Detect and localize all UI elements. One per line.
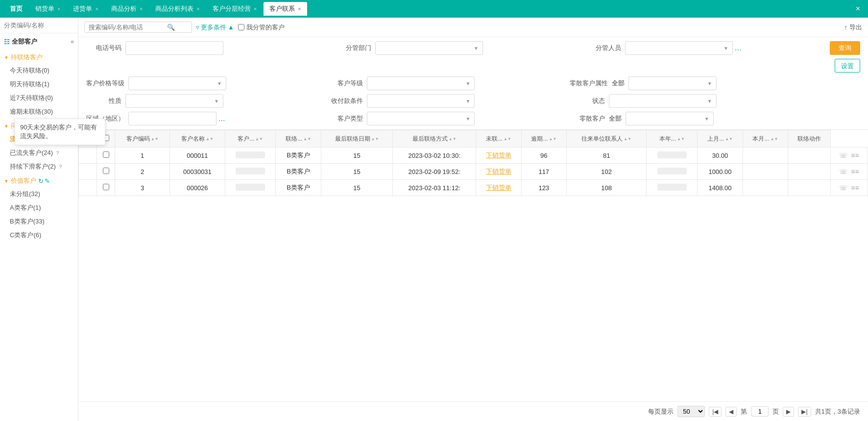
row-checkbox-cell[interactable] xyxy=(97,180,115,196)
tab-bar: 首页 销货单 × 进货单 × 商品分析 × 商品分析列表 × 客户分层经营 × … xyxy=(0,0,868,18)
phone-input[interactable] xyxy=(125,41,223,55)
row-checkbox[interactable] xyxy=(103,168,109,174)
tab-analysis[interactable]: 商品分析 × xyxy=(105,2,148,16)
tab-analysis-close[interactable]: × xyxy=(140,6,143,12)
my-customer-checkbox-wrap[interactable]: 我分管的客户 xyxy=(238,23,285,32)
last-method-sort-icon[interactable]: ▲▼ xyxy=(449,137,457,141)
collapse-icon[interactable]: « xyxy=(71,38,74,45)
sidebar-item-c-class[interactable]: C类客户(6) xyxy=(0,228,78,242)
sidebar-group-pending[interactable]: ▼ 待联络客户 xyxy=(0,50,78,64)
tab-analysis-list-close[interactable]: × xyxy=(196,6,199,12)
status-select[interactable]: ▼ xyxy=(609,94,717,108)
row-checkbox[interactable] xyxy=(103,151,109,158)
dept-select[interactable]: ▼ xyxy=(375,41,483,55)
region-dots[interactable]: ... xyxy=(217,114,227,123)
sidebar-item-today[interactable]: 今天待联络(0) xyxy=(0,64,78,77)
sidebar-all-customers[interactable]: ☷ 全部客户 « xyxy=(0,33,78,50)
sidebar-item-b-class[interactable]: B类客户(33) xyxy=(0,215,78,228)
sidebar-search-input[interactable] xyxy=(4,22,78,29)
customer-grade-select[interactable]: ▼ xyxy=(367,76,475,90)
tab-sales[interactable]: 销货单 × xyxy=(29,2,66,16)
nature-select[interactable]: ▼ xyxy=(125,94,223,108)
refresh-icon[interactable]: ↻ xyxy=(38,177,44,185)
name-blurred xyxy=(236,168,265,174)
row-action: ☏ ≡≡ xyxy=(830,164,868,180)
payment-select[interactable]: ▼ xyxy=(367,94,475,108)
contact-sort-icon[interactable]: ▲▼ xyxy=(303,137,311,141)
tab-customer-contact-close[interactable]: × xyxy=(298,6,301,12)
no-contact-sort-icon[interactable]: ▲▼ xyxy=(504,137,511,141)
tab-sales-close[interactable]: × xyxy=(57,6,60,12)
this-month-sort-icon[interactable]: ▲▼ xyxy=(770,137,778,141)
price-grade-select[interactable]: ▼ xyxy=(128,76,226,90)
sidebar-item-a-class[interactable]: A类客户(1) xyxy=(0,201,78,215)
contact-person-sort-icon[interactable]: ▲▼ xyxy=(624,137,631,141)
row-checkbox[interactable] xyxy=(103,184,109,190)
last-page-btn[interactable]: ▶| xyxy=(798,407,811,417)
last-month-sort-icon[interactable]: ▲▼ xyxy=(725,137,733,141)
my-customer-checkbox[interactable] xyxy=(238,24,244,30)
row-last-method[interactable]: 下销货单 xyxy=(476,164,522,180)
all-customers-label: 全部客户 xyxy=(12,37,37,46)
sidebar-item-ungrouped[interactable]: 未分组(32) xyxy=(0,187,78,201)
scatter-attr-select[interactable]: ▼ xyxy=(628,76,717,90)
name-sort-icon[interactable]: ▲▼ xyxy=(206,137,214,141)
tab-home[interactable]: 首页 xyxy=(4,2,28,16)
prev-page-btn[interactable]: ◀ xyxy=(725,407,737,417)
first-page-btn[interactable]: |◀ xyxy=(709,407,722,417)
type-sort-icon[interactable]: ▲▼ xyxy=(255,137,263,141)
last-method-link[interactable]: 下销货单 xyxy=(486,168,511,175)
person-dots[interactable]: ... xyxy=(733,44,743,52)
export-btn[interactable]: ↑ 导出 xyxy=(844,23,863,32)
close-all-tabs[interactable]: × xyxy=(852,4,864,13)
settings-button[interactable]: 设置 xyxy=(835,59,860,73)
tab-customer-contact[interactable]: 客户联系 × xyxy=(264,2,307,16)
last-date-sort-icon[interactable]: ▲▼ xyxy=(371,137,379,141)
search-submit-icon[interactable]: 🔍 xyxy=(167,24,175,31)
code-sort-icon[interactable]: ▲▼ xyxy=(151,137,159,141)
search-input[interactable] xyxy=(89,24,167,31)
more-action-icon[interactable]: ≡≡ xyxy=(851,184,859,192)
sidebar-item-churned[interactable]: 已流失客户(24) ？ xyxy=(0,146,78,160)
last-method-link[interactable]: 下销货单 xyxy=(486,151,511,159)
sidebar-item-declining[interactable]: 持续下滑客户(2) ？ xyxy=(0,160,78,173)
page-number-input[interactable] xyxy=(751,406,769,417)
query-button[interactable]: 查询 xyxy=(830,41,860,55)
person-select[interactable]: ▼ xyxy=(625,41,733,55)
col-type-header: 客户...▲▼ xyxy=(225,130,276,148)
more-action-icon[interactable]: ≡≡ xyxy=(851,168,859,175)
arrow-down-icon2: ▼ xyxy=(4,124,9,129)
next-page-btn[interactable]: ▶ xyxy=(783,407,794,417)
row-gear-cell xyxy=(79,148,97,164)
contact-action-icon[interactable]: ☏ xyxy=(839,168,848,175)
this-year-sort-icon[interactable]: ▲▼ xyxy=(677,137,685,141)
col-last-month-header: 上月...▲▼ xyxy=(698,130,743,148)
scatter-customer-select[interactable]: ▼ xyxy=(626,112,714,125)
more-action-icon[interactable]: ≡≡ xyxy=(851,151,859,159)
sidebar-item-overdue-contact[interactable]: 逾期未联络(30) xyxy=(0,105,78,119)
tab-purchase[interactable]: 进货单 × xyxy=(67,2,104,16)
tab-customer-layer-close[interactable]: × xyxy=(254,6,257,12)
customer-grade-down-icon: ▼ xyxy=(465,81,470,86)
sidebar-group-value[interactable]: ▼ 价值客户 ↻ ✎ xyxy=(0,173,78,187)
more-conditions-btn[interactable]: ▿ 更多条件 ▲ xyxy=(196,23,234,32)
sidebar-item-tomorrow[interactable]: 明天待联络(1) xyxy=(0,77,78,91)
contact-action-icon[interactable]: ☏ xyxy=(839,184,848,192)
row-last-method[interactable]: 下销货单 xyxy=(476,148,522,164)
page-size-select[interactable]: 50 100 200 xyxy=(677,406,705,417)
tab-home-label: 首页 xyxy=(10,4,23,13)
tab-analysis-list[interactable]: 商品分析列表 × xyxy=(149,2,205,16)
customer-type-select[interactable]: ▼ xyxy=(367,112,475,125)
row-checkbox-cell[interactable] xyxy=(97,164,115,180)
last-method-link[interactable]: 下销货单 xyxy=(486,184,511,191)
edit-icon[interactable]: ✎ xyxy=(45,177,50,185)
contact-action-icon[interactable]: ☏ xyxy=(839,151,848,159)
row-name xyxy=(225,148,276,164)
tab-purchase-close[interactable]: × xyxy=(95,6,98,12)
row-checkbox-cell[interactable] xyxy=(97,148,115,164)
overdue-sort-icon[interactable]: ▲▼ xyxy=(549,137,556,141)
tab-customer-layer[interactable]: 客户分层经营 × xyxy=(207,2,263,16)
row-last-method[interactable]: 下销货单 xyxy=(476,180,522,196)
sidebar-item-7days[interactable]: 近7天待联络(0) xyxy=(0,91,78,105)
region-select[interactable] xyxy=(128,112,217,125)
